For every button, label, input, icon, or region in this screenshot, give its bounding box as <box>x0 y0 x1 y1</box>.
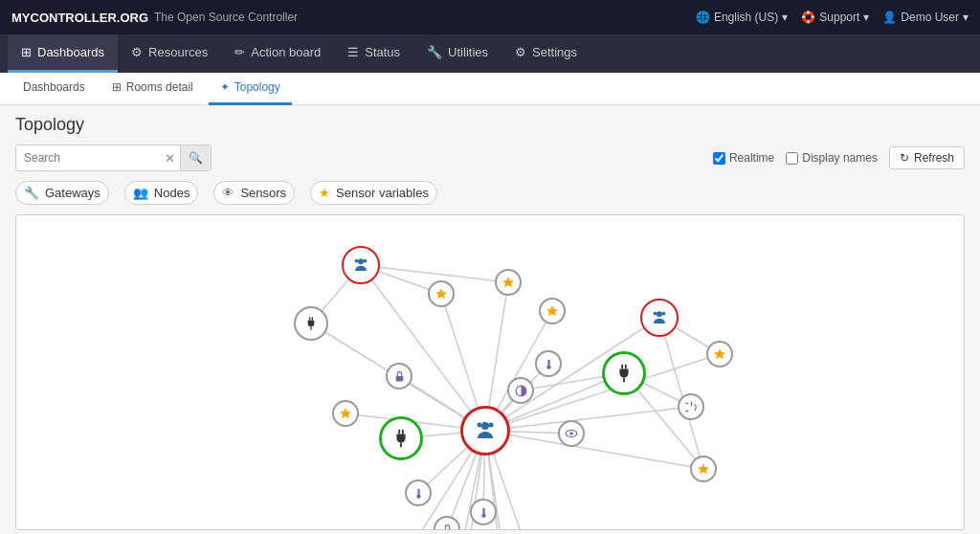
filter-nodes[interactable]: 👥 Nodes <box>124 181 199 205</box>
svg-marker-55 <box>340 408 351 418</box>
language-selector[interactable]: 🌐 English (US) ▾ <box>696 11 788 24</box>
nodes-icon: 👥 <box>133 186 148 200</box>
svg-line-27 <box>361 265 508 282</box>
topology-icon: ✦ <box>220 80 230 94</box>
top-right: 🌐 English (US) ▾ 🛟 Support ▾ 👤 Demo User… <box>696 11 969 24</box>
svg-marker-58 <box>698 463 709 474</box>
topology-node[interactable] <box>379 416 423 460</box>
svg-rect-46 <box>402 430 404 434</box>
filter-tabs: 🔧 Gateways 👥 Nodes 👁 Sensors ★ Sensor va… <box>15 181 965 205</box>
topology-node[interactable] <box>460 406 510 456</box>
svg-rect-66 <box>482 507 484 514</box>
refresh-button[interactable]: ↻ Refresh <box>889 146 965 169</box>
topology-node[interactable] <box>342 246 380 284</box>
svg-line-11 <box>485 407 691 431</box>
dashboard-icon: ⊞ <box>21 45 32 59</box>
topology-canvas <box>15 214 965 530</box>
nav-utilities[interactable]: 🔧 Utilities <box>413 34 501 73</box>
topology-node[interactable] <box>294 306 328 341</box>
realtime-checkbox[interactable] <box>713 152 725 165</box>
svg-rect-65 <box>443 528 451 530</box>
svg-rect-49 <box>625 365 627 369</box>
search-input[interactable] <box>16 145 160 170</box>
svg-point-35 <box>478 423 482 428</box>
topology-node[interactable] <box>558 420 585 447</box>
nav-action-board[interactable]: ✏ Action board <box>221 34 334 73</box>
filter-sensors[interactable]: 👁 Sensors <box>213 181 295 205</box>
svg-rect-43 <box>312 317 313 320</box>
topology-node[interactable] <box>602 351 646 395</box>
svg-point-40 <box>662 312 666 316</box>
svg-marker-52 <box>502 277 514 287</box>
sub-dashboards[interactable]: Dashboards <box>11 73 97 105</box>
topology-node[interactable] <box>690 456 717 482</box>
topology-node[interactable] <box>507 377 534 404</box>
topology-node[interactable] <box>678 393 704 420</box>
topology-node[interactable] <box>434 516 460 530</box>
nav-settings[interactable]: ⚙ Settings <box>501 34 590 73</box>
main-nav: ⊞ Dashboards ⚙ Resources ✏ Action board … <box>0 34 980 73</box>
topology-node[interactable] <box>495 269 522 296</box>
nav-resources[interactable]: ⚙ Resources <box>118 34 221 73</box>
svg-line-12 <box>485 431 703 469</box>
rooms-icon: ⊞ <box>112 80 122 94</box>
eye-icon: 👁 <box>222 186 234 200</box>
page-content: Topology ✕ 🔍 Realtime Display names ↻ Re… <box>0 105 980 534</box>
brand-subtitle: The Open Source Controller <box>154 11 298 24</box>
topology-node[interactable] <box>428 280 455 307</box>
topology-node[interactable] <box>706 341 733 367</box>
clear-search-button[interactable]: ✕ <box>160 151 180 166</box>
display-names-checkbox-label[interactable]: Display names <box>786 151 878 165</box>
svg-point-38 <box>355 259 359 263</box>
svg-point-36 <box>358 258 364 264</box>
svg-rect-50 <box>623 378 625 383</box>
svg-point-57 <box>569 432 573 435</box>
display-names-checkbox[interactable] <box>786 152 798 165</box>
svg-marker-53 <box>546 305 558 316</box>
topology-node[interactable] <box>640 299 679 337</box>
topology-node[interactable] <box>470 499 497 525</box>
search-submit-button[interactable]: 🔍 <box>180 145 211 170</box>
wrench-icon: 🔧 <box>24 186 39 200</box>
svg-rect-42 <box>309 317 310 320</box>
brand: MYCONTROLLER.ORG The Open Source Control… <box>11 11 298 25</box>
realtime-checkbox-label[interactable]: Realtime <box>713 151 774 165</box>
sub-rooms-detail[interactable]: ⊞ Rooms detail <box>100 73 205 105</box>
action-icon: ✏ <box>234 45 245 59</box>
svg-marker-54 <box>714 348 725 359</box>
svg-line-0 <box>361 265 485 431</box>
topology-lines <box>16 215 964 529</box>
svg-rect-59 <box>395 375 403 380</box>
svg-point-37 <box>364 259 368 263</box>
user-menu[interactable]: 👤 Demo User ▾ <box>882 11 969 24</box>
svg-point-41 <box>654 312 657 316</box>
svg-marker-51 <box>435 288 447 299</box>
brand-name: MYCONTROLLER.ORG <box>11 11 148 25</box>
svg-rect-63 <box>417 488 419 495</box>
status-icon: ☰ <box>347 45 359 59</box>
support-menu[interactable]: 🛟 Support ▾ <box>801 11 869 24</box>
topology-node[interactable] <box>535 350 562 377</box>
sub-nav: Dashboards ⊞ Rooms detail ✦ Topology <box>0 73 980 105</box>
toolbar-left: ✕ 🔍 <box>15 145 212 171</box>
svg-point-67 <box>481 513 485 517</box>
topology-node[interactable] <box>405 479 432 506</box>
topology-node[interactable] <box>332 400 359 427</box>
svg-point-64 <box>416 494 420 498</box>
refresh-icon: ↻ <box>900 151 909 165</box>
sub-topology[interactable]: ✦ Topology <box>209 73 292 105</box>
filter-gateways[interactable]: 🔧 Gateways <box>15 181 109 205</box>
nav-status[interactable]: ☰ Status <box>334 34 413 73</box>
filter-sensor-variables[interactable]: ★ Sensor variables <box>310 181 437 205</box>
svg-rect-45 <box>398 430 400 434</box>
toolbar: ✕ 🔍 Realtime Display names ↻ Refresh <box>15 145 965 171</box>
svg-line-29 <box>659 318 703 469</box>
svg-point-39 <box>657 311 662 317</box>
nav-dashboards[interactable]: ⊞ Dashboards <box>8 34 118 73</box>
page-title: Topology <box>15 115 965 135</box>
svg-rect-47 <box>400 443 402 448</box>
topology-node[interactable] <box>539 298 566 324</box>
top-bar: MYCONTROLLER.ORG The Open Source Control… <box>0 0 980 34</box>
svg-point-61 <box>546 365 550 368</box>
topology-node[interactable] <box>386 363 412 389</box>
